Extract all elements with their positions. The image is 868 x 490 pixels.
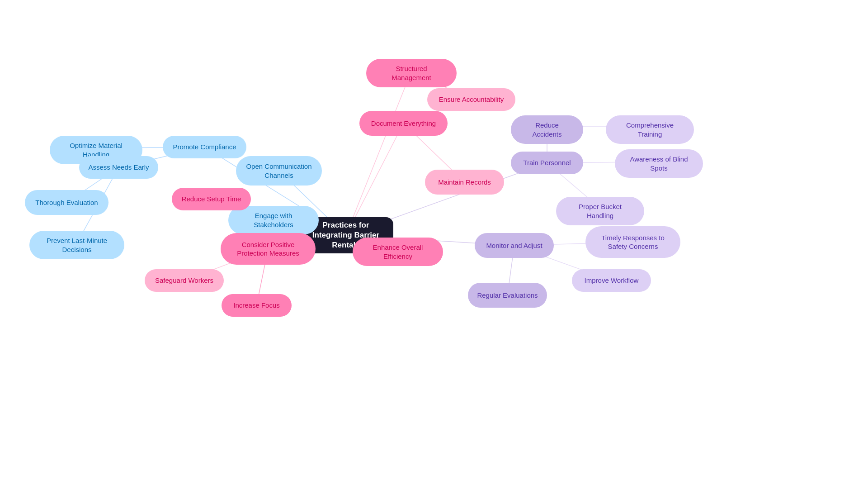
node-safeguard_workers[interactable]: Safeguard Workers <box>145 269 224 292</box>
node-monitor_adjust[interactable]: Monitor and Adjust <box>475 233 554 258</box>
node-thorough_evaluation[interactable]: Thorough Evaluation <box>25 190 108 215</box>
node-awareness_blind_spots[interactable]: Awareness of Blind Spots <box>615 149 703 178</box>
node-increase_focus[interactable]: Increase Focus <box>222 294 292 317</box>
node-prevent_last_minute[interactable]: Prevent Last-Minute Decisions <box>29 231 124 259</box>
mindmap-container: Practices for Integrating Barrier Rental… <box>0 0 868 490</box>
node-reduce_accidents[interactable]: Reduce Accidents <box>511 115 583 144</box>
node-train_personnel[interactable]: Train Personnel <box>511 152 583 174</box>
node-comprehensive_training[interactable]: Comprehensive Training <box>606 115 694 144</box>
node-structured_management[interactable]: Structured Management <box>366 59 457 87</box>
node-assess_needs[interactable]: Assess Needs Early <box>79 156 158 179</box>
node-regular_evaluations[interactable]: Regular Evaluations <box>468 283 547 308</box>
node-positive_protection[interactable]: Consider Positive Protection Measures <box>221 233 316 265</box>
node-timely_responses[interactable]: Timely Responses to Safety Concerns <box>585 226 680 258</box>
node-ensure_accountability[interactable]: Ensure Accountability <box>427 88 515 111</box>
node-open_communication[interactable]: Open Communication Channels <box>236 156 322 186</box>
svg-line-0 <box>346 71 411 236</box>
node-document_everything[interactable]: Document Everything <box>359 111 448 136</box>
node-improve_workflow[interactable]: Improve Workflow <box>572 269 651 292</box>
node-enhance_efficiency[interactable]: Enhance Overall Efficiency <box>353 238 443 266</box>
node-reduce_setup_time[interactable]: Reduce Setup Time <box>172 188 251 210</box>
node-promote_compliance[interactable]: Promote Compliance <box>163 136 246 158</box>
node-maintain_records[interactable]: Maintain Records <box>425 170 504 195</box>
node-proper_bucket[interactable]: Proper Bucket Handling <box>556 197 644 225</box>
